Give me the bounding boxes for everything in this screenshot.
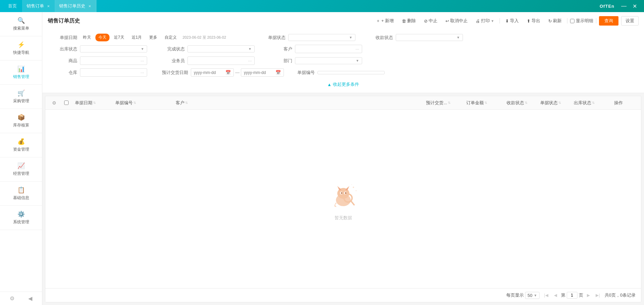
- date-range-text: 2023-06-02 至 2023-06-02: [182, 35, 226, 40]
- date-tab-1month[interactable]: 近1月: [129, 34, 145, 41]
- minimize-icon[interactable]: —: [620, 2, 628, 10]
- delivery-date-start-wrapper: 📅: [191, 68, 234, 77]
- bill-number-input[interactable]: [317, 71, 385, 74]
- cancel-stop-label: 取消中止: [450, 18, 468, 24]
- page-size-box[interactable]: 50 ▼: [525, 292, 539, 299]
- next-page-button[interactable]: ▶: [585, 291, 593, 299]
- date-tab-more[interactable]: 更多: [146, 34, 160, 41]
- outbound-sort-icon[interactable]: ⇅: [592, 101, 595, 105]
- table-settings-icon[interactable]: ⚙: [52, 100, 56, 106]
- bill-status-label: 单据状态: [261, 35, 288, 41]
- sidebar-basic-info-label: 基础信息: [13, 195, 29, 201]
- date-sort-icon[interactable]: ⇅: [93, 101, 96, 105]
- sidebar-item-quick-nav[interactable]: ⚡ 快捷导航: [0, 36, 42, 61]
- date-tab-custom[interactable]: 自定义: [162, 34, 180, 41]
- refresh-button[interactable]: ↻ 刷新: [546, 16, 564, 25]
- select-all-col[interactable]: [60, 101, 72, 105]
- bill-status-select[interactable]: ▼: [288, 34, 355, 41]
- tab-sales-order-history[interactable]: 销售订单历史 ✕: [55, 0, 96, 12]
- sidebar-item-purchase[interactable]: 🛒 采购管理: [0, 85, 42, 109]
- tab-sales-order-history-close[interactable]: ✕: [87, 4, 92, 8]
- bill-status-sort-icon[interactable]: ⇅: [558, 101, 561, 105]
- filter-row-2: 出库状态 ▼ 完成状态 ▼ 客户 ···: [53, 45, 633, 53]
- export-label: 导出: [531, 18, 540, 24]
- query-button[interactable]: 查询: [599, 16, 618, 26]
- outbound-status-select[interactable]: ▼: [80, 45, 147, 52]
- last-page-button[interactable]: ▶|: [594, 291, 602, 299]
- th-number: 单据编号 ⇅: [113, 100, 173, 106]
- delivery-date-start-input[interactable]: [194, 70, 224, 75]
- sidebar-item-finance[interactable]: 💰 资金管理: [0, 133, 42, 157]
- first-page-button[interactable]: |◀: [542, 291, 550, 299]
- search-menu-icon: 🔍: [17, 17, 25, 24]
- svg-point-14: [351, 184, 352, 185]
- tab-sales-order-close[interactable]: ✕: [46, 4, 51, 8]
- import-icon: ⬇: [505, 18, 509, 24]
- salesman-input[interactable]: ···: [187, 56, 255, 65]
- table-header: ⚙ 单据日期 ⇅ 单据编号 ⇅ 客户 ⇅ 预计交货...: [45, 96, 641, 110]
- import-button[interactable]: ⬇ 导入: [503, 16, 521, 25]
- sidebar-item-inventory[interactable]: 📦 库存核算: [0, 109, 42, 133]
- department-label: 部门: [268, 58, 295, 64]
- number-sort-icon[interactable]: ⇅: [133, 101, 136, 105]
- sidebar-settings-icon[interactable]: ⚙: [10, 295, 14, 302]
- date-tab-today[interactable]: 今天: [95, 34, 110, 41]
- operation-icon: 📈: [17, 162, 25, 169]
- sidebar-item-search[interactable]: 🔍 搜索菜单: [0, 12, 42, 36]
- goods-input[interactable]: ···: [80, 56, 147, 65]
- select-all-checkbox[interactable]: [64, 101, 69, 105]
- display-toggle[interactable]: 显示明细: [570, 18, 593, 24]
- filter-row-3: 商品 ··· 业务员 ··· 部门 ▼: [53, 56, 633, 65]
- amount-sort-icon[interactable]: ⇅: [484, 101, 487, 105]
- th-delivery-label: 预计交货...: [426, 100, 447, 106]
- calendar-start-icon[interactable]: 📅: [225, 70, 231, 75]
- sidebar-item-operation[interactable]: 📈 经营管理: [0, 157, 42, 182]
- close-window-icon[interactable]: ✕: [631, 2, 639, 10]
- quick-nav-icon: ⚡: [17, 41, 25, 48]
- customer-label: 客户: [268, 46, 295, 52]
- sidebar-collapse-icon[interactable]: ◀: [28, 295, 32, 302]
- chevron-up-icon: ▲: [327, 82, 332, 87]
- bill-status-chevron-icon: ▼: [349, 36, 352, 39]
- complete-status-chevron-icon: ▼: [248, 47, 252, 51]
- settings-gear-col[interactable]: ⚙: [48, 100, 60, 106]
- th-date: 单据日期 ⇅: [72, 100, 113, 106]
- svg-point-9: [345, 192, 346, 194]
- tab-sales-order[interactable]: 销售订单 ✕: [23, 0, 55, 12]
- sidebar-item-system[interactable]: ⚙️ 系统管理: [0, 206, 42, 230]
- department-select[interactable]: ▼: [295, 57, 362, 64]
- current-page-input[interactable]: [567, 292, 577, 299]
- date-tab-yesterday[interactable]: 昨天: [80, 34, 94, 41]
- delivery-date-end-input[interactable]: [244, 70, 274, 75]
- delete-button[interactable]: 🗑 删除: [399, 16, 419, 25]
- toolbar-divider-2: [567, 18, 567, 24]
- tab-home[interactable]: 首页: [3, 0, 23, 12]
- receipt-status-select[interactable]: ▼: [396, 34, 463, 41]
- warehouse-input[interactable]: ···: [80, 68, 147, 77]
- new-label: + 新增: [381, 18, 394, 24]
- sidebar-item-sales[interactable]: 📊 销售管理: [0, 61, 42, 85]
- complete-status-select[interactable]: ▼: [187, 45, 255, 52]
- prev-page-button[interactable]: ◀: [552, 291, 560, 299]
- settings-button[interactable]: 设置: [621, 16, 639, 26]
- print-button[interactable]: 🖨 打印 ▼: [473, 16, 497, 25]
- sidebar-item-basic-info[interactable]: 📋 基础信息: [0, 182, 42, 206]
- display-toggle-checkbox[interactable]: [570, 19, 574, 23]
- calendar-end-icon[interactable]: 📅: [275, 70, 281, 75]
- empty-illustration: [327, 177, 360, 211]
- customer-input[interactable]: ···: [295, 45, 362, 53]
- new-button[interactable]: ＋ + 新增: [373, 16, 396, 25]
- date-tab-7days[interactable]: 近7天: [111, 34, 127, 41]
- table-footer: 每页显示 50 ▼ |◀ ◀ 第 页 ▶ ▶| 共0页，0条记录: [45, 288, 641, 302]
- stop-button[interactable]: ⊘ 中止: [421, 16, 440, 25]
- receipt-sort-icon[interactable]: ⇅: [525, 101, 527, 105]
- export-button[interactable]: ⬆ 导出: [524, 16, 543, 25]
- cancel-stop-button[interactable]: ↩ 取消中止: [443, 16, 470, 25]
- delivery-sort-icon[interactable]: ⇅: [448, 101, 450, 105]
- customer-sort-icon[interactable]: ⇅: [185, 101, 188, 105]
- collapse-more-btn[interactable]: ▲ 收起更多条件: [53, 80, 633, 89]
- system-icon: ⚙️: [17, 211, 25, 218]
- warehouse-label: 仓库: [53, 70, 80, 76]
- purchase-icon: 🛒: [17, 89, 25, 97]
- department-chevron-icon: ▼: [356, 59, 359, 63]
